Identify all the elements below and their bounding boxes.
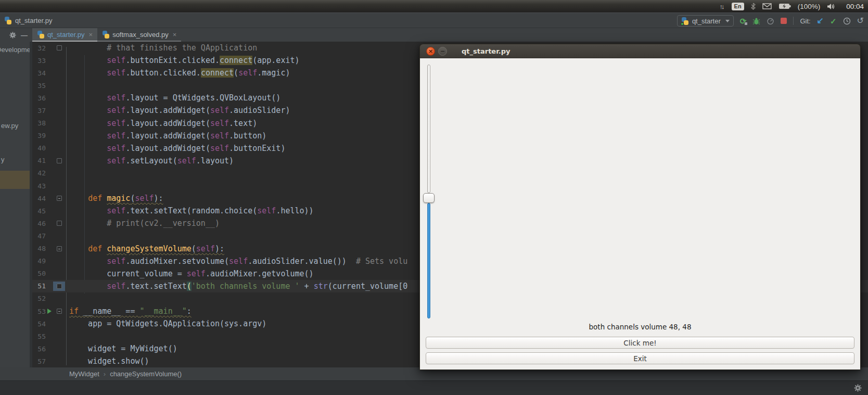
close-icon[interactable]: × (89, 31, 93, 39)
editor-tab-bar: — qt_starter.py × softmax_solved.py × (0, 28, 868, 42)
run-line-icon[interactable] (47, 309, 52, 314)
python-file-icon (37, 31, 45, 39)
status-bar (0, 380, 868, 395)
git-label: Git: (800, 17, 810, 25)
line-number: 40 (32, 144, 46, 152)
chevron-right-icon: › (104, 370, 106, 378)
line-number: 38 (32, 119, 46, 127)
close-icon[interactable]: × (173, 31, 177, 39)
tab-qt-starter[interactable]: qt_starter.py × (32, 28, 97, 42)
fold-marker-icon[interactable] (57, 196, 62, 201)
project-selected-row[interactable] (0, 171, 30, 189)
line-number: 48 (32, 245, 46, 252)
project-item[interactable]: Developme (0, 46, 31, 54)
fold-marker-icon[interactable] (57, 221, 62, 226)
line-number: 34 (32, 69, 46, 77)
line-number: 43 (32, 182, 46, 190)
keyboard-layout-indicator[interactable]: En (732, 3, 744, 10)
qt-window-body: both channels volume 48, 48 Click me! Ex… (419, 58, 861, 370)
ide-window-title: qt_starter.py (15, 17, 53, 24)
line-number: 37 (32, 107, 46, 114)
updown-arrows-icon[interactable]: ↑↓ (720, 3, 725, 10)
line-number: 35 (32, 82, 46, 90)
run-button[interactable]: ⟳ (740, 17, 747, 25)
battery-icon[interactable] (778, 3, 791, 9)
line-number: 57 (32, 358, 46, 365)
line-number: 36 (32, 94, 46, 102)
line-number: 53 (32, 308, 46, 315)
git-commit-button[interactable]: ✓ (830, 17, 837, 25)
volume-icon[interactable] (827, 3, 835, 10)
run-config-name: qt_starter (692, 17, 721, 25)
line-number: 50 (32, 270, 46, 277)
line-number: 33 (32, 57, 46, 65)
line-number: 42 (32, 169, 46, 177)
fold-marker-icon[interactable] (57, 45, 62, 50)
run-configuration-select[interactable]: qt_starter (677, 15, 734, 27)
breadcrumb-class[interactable]: MyWidget (69, 370, 99, 378)
volume-slider-fill[interactable] (427, 203, 430, 318)
fold-marker-icon[interactable] (57, 246, 62, 251)
project-panel-header: — (0, 28, 32, 42)
qt-app-window: × − qt_starter.py both channels volume 4… (419, 44, 861, 370)
line-number: 52 (32, 295, 46, 302)
mail-icon[interactable] (762, 3, 772, 9)
fold-marker-icon[interactable] (57, 284, 62, 289)
line-number: 45 (32, 207, 46, 215)
bluetooth-icon[interactable] (751, 3, 756, 10)
project-item[interactable]: ew.py (1, 122, 18, 130)
volume-slider-handle[interactable] (423, 193, 435, 203)
screen: ↑↓ En (100%) 00:04 qt_starter.py qt_star… (0, 0, 868, 395)
click-me-button[interactable]: Click me! (426, 337, 854, 349)
line-number: 32 (32, 44, 46, 52)
git-rollback-button[interactable]: ↺ (857, 17, 864, 25)
line-number: 56 (32, 345, 46, 353)
tab-label: softmax_solved.py (112, 31, 169, 39)
volume-status-label: both channels volume 48, 48 (420, 323, 860, 331)
git-update-button[interactable]: ↙ (817, 17, 824, 25)
system-top-bar: ↑↓ En (100%) 00:04 (0, 0, 868, 12)
close-button[interactable]: × (426, 47, 435, 56)
run-config-python-icon (681, 17, 689, 25)
python-file-icon (102, 31, 110, 39)
python-file-icon (4, 17, 12, 24)
tab-label: qt_starter.py (47, 31, 85, 39)
stop-button[interactable] (781, 18, 787, 24)
qt-window-title: qt_starter.py (462, 47, 510, 55)
toolbar-separator (793, 17, 794, 25)
ide-title-bar: qt_starter.py qt_starter ⟳ Git: ↙ ✓ ↺ (0, 12, 868, 28)
fold-marker-icon[interactable] (57, 309, 62, 314)
line-number: 41 (32, 157, 46, 164)
breadcrumb-method[interactable]: changeSystemVolume() (110, 370, 182, 378)
ide-toolbar: qt_starter ⟳ Git: ↙ ✓ ↺ (677, 13, 864, 29)
line-number: 46 (32, 220, 46, 227)
settings-gear-icon[interactable] (854, 384, 862, 392)
gear-icon[interactable] (9, 32, 16, 39)
project-item[interactable]: y (1, 156, 5, 163)
line-number: 51 (32, 282, 46, 290)
line-number: 44 (32, 195, 46, 202)
tab-softmax-solved[interactable]: softmax_solved.py × (97, 28, 181, 42)
exit-button[interactable]: Exit (426, 352, 854, 364)
debug-button[interactable] (752, 17, 760, 25)
battery-percent-label: (100%) (798, 3, 821, 10)
line-number: 39 (32, 132, 46, 139)
line-number: 49 (32, 257, 46, 265)
project-panel: Developme ew.py y (0, 42, 32, 367)
git-history-button[interactable] (843, 17, 851, 25)
line-number: 47 (32, 232, 46, 240)
profiler-button[interactable] (767, 17, 774, 25)
hide-panel-icon[interactable]: — (21, 31, 28, 39)
qt-title-bar[interactable]: × − qt_starter.py (419, 44, 861, 58)
line-number: 54 (32, 320, 46, 328)
line-number: 55 (32, 333, 46, 340)
fold-marker-icon[interactable] (57, 158, 62, 163)
volume-slider-track[interactable] (427, 65, 430, 193)
chevron-down-icon (725, 20, 730, 22)
minimize-button[interactable]: − (438, 47, 447, 56)
clock-label[interactable]: 00:04 (846, 3, 864, 10)
